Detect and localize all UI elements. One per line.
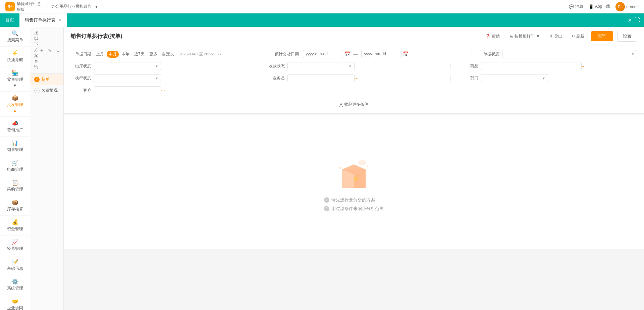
date-tab-custom[interactable]: 自定义	[160, 51, 176, 58]
edit-scheme-button[interactable]: ✎	[46, 47, 53, 54]
tab-sales-order[interactable]: 销售订单执行表 ✕	[19, 13, 67, 27]
add-scheme-button[interactable]: +	[38, 47, 45, 54]
message-icon: 💬	[569, 4, 574, 9]
filter-sep-6	[450, 75, 451, 82]
customer-more-icon[interactable]: ···	[161, 88, 165, 93]
goods-more-icon[interactable]: ···	[582, 63, 586, 69]
print-button[interactable]: 🖨 按模板打印 ▼	[506, 32, 543, 41]
sidebar-item-wholesale-label: 批发管理	[7, 102, 23, 108]
sub-sidebar: 按以下方案查询 + ✎ « ✓ 按单 ○ 欠货情况	[30, 27, 64, 310]
query-button[interactable]: 查询	[591, 31, 613, 41]
svg-point-6	[367, 165, 368, 167]
calendar-end-icon[interactable]: 📅	[403, 51, 409, 57]
out-status-select[interactable]	[94, 62, 161, 70]
expected-date-end-input[interactable]	[361, 50, 401, 58]
date-tab-this-year[interactable]: 本年	[119, 51, 131, 58]
salesman-input[interactable]	[287, 74, 355, 82]
sales-icon: 📊	[12, 140, 18, 146]
date-separator: —	[354, 52, 358, 57]
export-icon: ⬇	[549, 34, 553, 39]
out-status-select-wrapper: ▼	[94, 62, 161, 70]
sidebar-item-marketing-label: 营销推广	[7, 127, 23, 133]
window-close-icon[interactable]: ✕	[628, 17, 632, 23]
window-maximize-icon[interactable]: ⛶	[635, 17, 640, 23]
system-icon: ⚙️	[12, 278, 18, 285]
receipt-status-select-wrapper: ▼	[287, 62, 355, 70]
sidebar-item-nav[interactable]: ⚡ 快捷导航	[0, 47, 30, 66]
sub-item-shortage[interactable]: ○ 欠货情况	[30, 85, 63, 96]
header-left: 好 畅捷通好生意 标版 | 办公用品行业模拟账套 ▼	[5, 1, 98, 12]
goods-input[interactable]	[481, 62, 582, 70]
exec-status-select-wrapper: ▼	[94, 74, 161, 82]
tab-close-icon[interactable]: ✕	[59, 18, 62, 22]
sidebar-item-inventory[interactable]: 📦 库存核算	[0, 196, 30, 216]
sidebar-item-finance[interactable]: 💰 资金管理	[0, 216, 30, 236]
retail-arrow-icon: ▼	[13, 83, 17, 88]
content-area: 销售订单执行表(按单) ❓ 帮助 🖨 按模板打印 ▼ ⬇ 导出 ↻ 刷新	[64, 27, 644, 310]
dept-select[interactable]	[481, 74, 548, 82]
status-select[interactable]	[502, 50, 637, 58]
sidebar-item-system-label: 系统管理	[7, 286, 23, 291]
date-tab-last-month[interactable]: 上月	[94, 51, 106, 58]
tip-num-2: 2	[324, 206, 329, 211]
export-label: 导出	[554, 34, 562, 39]
calendar-start-icon[interactable]: 📅	[344, 51, 350, 57]
expected-date-start-input[interactable]	[303, 50, 343, 58]
sidebar-item-system[interactable]: ⚙️ 系统管理	[0, 275, 30, 295]
export-button[interactable]: ⬇ 导出	[547, 32, 565, 41]
sub-item-by-order[interactable]: ✓ 按单	[30, 74, 63, 85]
settings-button[interactable]: 设置	[617, 31, 637, 42]
exec-status-label: 执行状态	[70, 75, 94, 81]
filter-cell-salesman: 业务员 ···	[264, 74, 444, 82]
help-button[interactable]: ❓ 帮助	[483, 32, 502, 41]
sidebar-item-retail[interactable]: 🏪 零售管理 ▼	[0, 66, 30, 92]
sidebar-item-operations-label: 经营管理	[7, 246, 23, 252]
date-label: 单据日期	[70, 51, 94, 57]
print-arrow-icon: ▼	[536, 34, 540, 39]
sidebar-item-wholesale[interactable]: 📦 批发管理 ▲	[0, 92, 30, 117]
filter-cell-expected-date: 预计交货日期 📅 — 📅	[275, 50, 465, 58]
page-header: 销售订单执行表(按单) ❓ 帮助 🖨 按模板打印 ▼ ⬇ 导出 ↻ 刷新	[64, 27, 644, 46]
sidebar-item-inventory-label: 库存核算	[7, 206, 23, 212]
customer-label: 客户	[70, 88, 94, 93]
sidebar-item-search[interactable]: 🔍 搜索菜单	[0, 27, 30, 47]
breadcrumb: 办公用品行业模拟账套	[51, 4, 92, 9]
dept-label: 部门	[458, 75, 481, 81]
customer-input[interactable]	[94, 86, 161, 94]
salesman-more-icon[interactable]: ···	[355, 75, 359, 81]
collapse-icon: ⋀	[339, 102, 343, 107]
status-select-wrapper: ▼	[502, 50, 637, 58]
sidebar-item-ecommerce-label: 电商管理	[7, 167, 23, 172]
sidebar-item-collab[interactable]: 🤝 企业协同	[0, 295, 30, 310]
dept-select-wrapper: ▼	[481, 74, 548, 82]
refresh-label: 刷新	[576, 34, 584, 39]
date-tab-this-month[interactable]: 本月	[107, 51, 119, 58]
page-title: 销售订单执行表(按单)	[70, 33, 122, 40]
sidebar-item-operations[interactable]: 📈 经营管理	[0, 236, 30, 255]
window-controls: ✕ ⛶	[624, 17, 644, 23]
tab-sales-order-label: 销售订单执行表	[25, 17, 55, 23]
user-area[interactable]: Ea demo2	[615, 2, 639, 11]
sidebar-item-sales[interactable]: 📊 销售管理	[0, 137, 30, 156]
date-tab-more[interactable]: 更多	[147, 51, 159, 58]
filter-cell-date: 单据日期 上月 本月 本年 近7天 更多 自定义 2023-03-01 至 20…	[70, 51, 261, 58]
sidebar-item-marketing[interactable]: 📣 营销推广	[0, 117, 30, 137]
svg-text:⚡: ⚡	[351, 174, 361, 183]
sub-sidebar-header: 按以下方案查询 + ✎ «	[30, 27, 63, 74]
refresh-button[interactable]: ↻ 刷新	[569, 32, 587, 41]
sidebar-item-nav-label: 快捷导航	[7, 57, 23, 63]
sidebar-item-purchase[interactable]: 📋 采购管理	[0, 176, 30, 196]
collapse-button[interactable]: ⋀ 收起更多条件	[337, 100, 370, 109]
exec-status-select[interactable]	[94, 74, 161, 82]
sidebar-item-ecommerce[interactable]: 🛒 电商管理	[0, 156, 30, 176]
collapse-sidebar-button[interactable]: «	[54, 47, 61, 54]
top-header: 好 畅捷通好生意 标版 | 办公用品行业模拟账套 ▼ 💬 消息 📱 App下载 …	[0, 0, 644, 13]
message-action[interactable]: 💬 消息	[569, 4, 583, 9]
tab-home[interactable]: 首页	[0, 13, 19, 27]
date-tab-7days[interactable]: 近7天	[132, 51, 147, 58]
help-icon: ❓	[485, 34, 490, 39]
breadcrumb-arrow[interactable]: ▼	[94, 4, 98, 9]
app-download-action[interactable]: 📱 App下载	[589, 4, 610, 9]
sidebar-item-basic[interactable]: 📝 基础信息	[0, 255, 30, 275]
receipt-status-select[interactable]	[287, 62, 355, 70]
